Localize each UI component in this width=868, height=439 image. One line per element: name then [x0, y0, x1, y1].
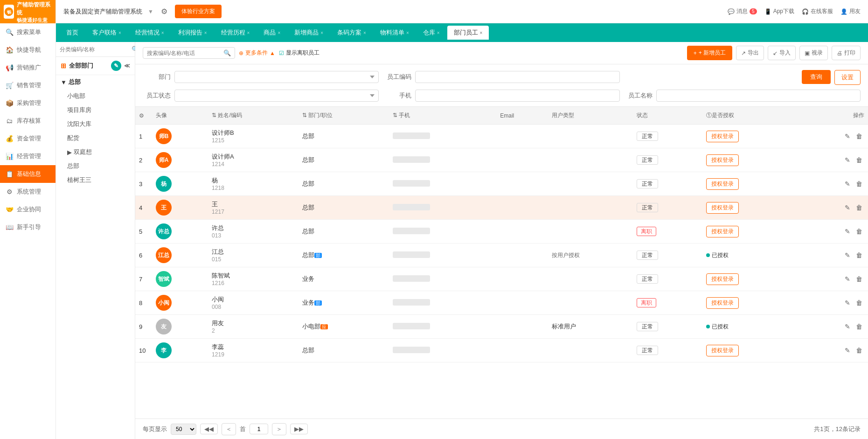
tab-operations-report[interactable]: 经营情况 × — [129, 26, 171, 40]
dept-edit-button[interactable]: ✎ — [111, 61, 121, 71]
tree-item-wang2[interactable]: 植树王三 — [56, 173, 135, 187]
tab-dept-staff-close[interactable]: × — [480, 30, 483, 35]
settings-button[interactable]: 设置 — [834, 70, 861, 85]
sidebar-item-inventory[interactable]: 🗂 库存核算 — [0, 112, 56, 130]
query-button[interactable]: 查询 — [802, 70, 831, 84]
sidebar-item-purchase[interactable]: 📦 采购管理 — [0, 94, 56, 112]
topbar-message[interactable]: 💬 消息 5 — [728, 7, 757, 15]
empcode-filter-input[interactable] — [415, 71, 619, 83]
tree-item-small-elec[interactable]: 小电部 — [56, 89, 135, 103]
sidebar-item-marketing[interactable]: 📢 营销推广 — [0, 59, 56, 77]
tab-warehouse-close[interactable]: × — [437, 30, 440, 35]
topbar-user[interactable]: 👤 用友 — [840, 7, 861, 15]
tab-ops-close[interactable]: × — [161, 30, 164, 35]
tab-customer-close[interactable]: × — [118, 30, 121, 35]
auth-button[interactable]: 授权登录 — [706, 178, 739, 190]
trial-button[interactable]: 体验行业方案 — [175, 5, 222, 18]
auth-button[interactable]: 授权登录 — [706, 131, 739, 142]
delete-button[interactable]: 🗑 — [854, 251, 864, 260]
staff-search-input[interactable] — [147, 50, 222, 56]
topbar-support[interactable]: 🎧 在线客服 — [802, 7, 833, 15]
tree-item-root[interactable]: ▼ 总部 — [56, 75, 135, 89]
sidebar-item-operations[interactable]: 📊 经营管理 — [0, 147, 56, 165]
tree-item-hq[interactable]: 总部 — [56, 159, 135, 173]
edit-button[interactable]: ✎ — [843, 203, 852, 212]
sidebar-item-quicknav[interactable]: 🏠 快捷导航 — [0, 41, 56, 59]
topbar-gear-icon[interactable]: ⚙ — [159, 5, 169, 18]
edit-button[interactable]: ✎ — [843, 227, 852, 236]
delete-button[interactable]: 🗑 — [854, 155, 864, 165]
tree-item-distribution[interactable]: 配货 — [56, 131, 135, 145]
sidebar-item-enterprise[interactable]: 🤝 企业协同 — [0, 201, 56, 218]
edit-button[interactable]: ✎ — [843, 322, 852, 331]
import-button[interactable]: ↙ 导入 — [768, 46, 796, 60]
print-button[interactable]: 🖨 打印 — [832, 46, 861, 60]
edit-button[interactable]: ✎ — [843, 298, 852, 307]
tab-history-close[interactable]: × — [247, 30, 250, 35]
delete-button[interactable]: 🗑 — [854, 132, 864, 141]
tab-material-close[interactable]: × — [406, 30, 409, 35]
col-phone[interactable]: ⇅ 手机 — [389, 107, 497, 125]
collapse-button[interactable]: ≪ — [124, 63, 130, 69]
tab-profit-close[interactable]: × — [204, 30, 207, 35]
edit-button[interactable]: ✎ — [843, 132, 852, 141]
edit-button[interactable]: ✎ — [843, 274, 852, 284]
delete-button[interactable]: 🗑 — [854, 346, 864, 355]
sidebar-item-sales[interactable]: 🛒 销售管理 — [0, 77, 56, 94]
add-staff-button[interactable]: + + 新增员工 — [687, 46, 732, 60]
export-button[interactable]: ↗ 导出 — [736, 46, 764, 60]
dept-filter-select[interactable] — [174, 71, 379, 83]
prev-page-button[interactable]: ＜ — [222, 423, 236, 435]
tab-customer[interactable]: 客户联络 × — [86, 26, 128, 40]
last-page-button[interactable]: ▶▶ — [290, 424, 308, 434]
page-number-input[interactable] — [250, 424, 268, 434]
tab-warehouse[interactable]: 仓库 × — [417, 26, 446, 40]
sidebar-item-system[interactable]: ⚙ 系统管理 — [0, 183, 56, 201]
per-page-select[interactable]: 50 20 100 — [171, 424, 196, 435]
tab-dept-staff[interactable]: 部门员工 × — [447, 26, 489, 40]
edit-button[interactable]: ✎ — [843, 251, 852, 260]
view-button[interactable]: ▣ 视录 — [799, 46, 828, 60]
tree-item-double-dream[interactable]: ▶ 双庭想 — [56, 145, 135, 159]
col-dept-pos[interactable]: ⇅ 部门/职位 — [299, 107, 389, 125]
sidebar-item-guide[interactable]: 📖 新手引导 — [0, 218, 56, 236]
delete-button[interactable]: 🗑 — [854, 203, 864, 212]
delete-button[interactable]: 🗑 — [854, 274, 864, 284]
filter-more-conditions[interactable]: ⊕ 更多条件 ▲ — [239, 49, 275, 57]
auth-button[interactable]: 授权登录 — [706, 202, 739, 214]
edit-button[interactable]: ✎ — [843, 155, 852, 165]
col-settings[interactable]: ⚙ — [135, 107, 152, 125]
tab-new-goods-close[interactable]: × — [320, 30, 323, 35]
delete-button[interactable]: 🗑 — [854, 322, 864, 331]
sidebar-item-finance[interactable]: 💰 资金管理 — [0, 130, 56, 147]
auth-button[interactable]: 授权登录 — [706, 154, 739, 166]
phone-filter-input[interactable] — [415, 90, 619, 102]
show-resigned-checkbox[interactable]: ☑ 显示离职员工 — [279, 49, 319, 57]
auth-button[interactable]: 授权登录 — [706, 226, 739, 237]
tree-item-shenyang[interactable]: 沈阳大库 — [56, 117, 135, 131]
first-page-button[interactable]: ◀◀ — [200, 424, 218, 434]
next-page-button[interactable]: ＞ — [272, 423, 286, 435]
delete-button[interactable]: 🗑 — [854, 298, 864, 307]
auth-button[interactable]: 授权登录 — [706, 297, 739, 309]
delete-button[interactable]: 🗑 — [854, 179, 864, 188]
tab-goods[interactable]: 商品 × — [257, 26, 287, 40]
empname-filter-input[interactable] — [656, 90, 861, 102]
tab-material[interactable]: 物料清单 × — [374, 26, 416, 40]
auth-button[interactable]: 授权登录 — [706, 345, 739, 356]
sidebar-item-basic[interactable]: 📋 基础信息 — [0, 165, 56, 183]
topbar-app-download[interactable]: 📱 App下载 — [764, 7, 794, 15]
tree-item-project[interactable]: 项目库房 — [56, 103, 135, 117]
tab-goods-close[interactable]: × — [278, 30, 280, 35]
col-name-code[interactable]: ⇅ 姓名/编码 — [208, 107, 299, 125]
tab-barcode[interactable]: 条码方案 × — [331, 26, 373, 40]
tab-history[interactable]: 经营历程 × — [215, 26, 257, 40]
delete-button[interactable]: 🗑 — [854, 227, 864, 236]
status-filter-select[interactable] — [174, 90, 379, 102]
tab-profit[interactable]: 利润报告 × — [172, 26, 214, 40]
tab-new-goods[interactable]: 新增商品 × — [288, 26, 330, 40]
tab-home[interactable]: 首页 — [60, 26, 85, 40]
tab-barcode-close[interactable]: × — [363, 30, 366, 35]
auth-button[interactable]: 授权登录 — [706, 273, 739, 285]
dept-search-input[interactable] — [60, 46, 130, 53]
